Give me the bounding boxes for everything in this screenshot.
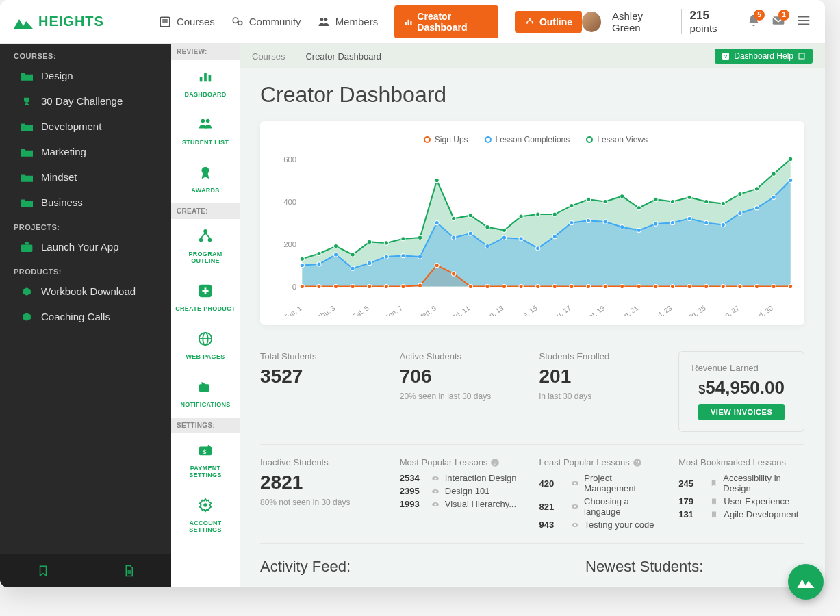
feed-item[interactable]: Brad Parker received the badge - First L… xyxy=(260,587,558,587)
sidebar-course-0[interactable]: Design xyxy=(0,63,171,88)
bell-badge: 5 xyxy=(754,10,765,21)
user-name[interactable]: Ashley Green xyxy=(612,10,670,34)
svg-point-87 xyxy=(333,253,338,257)
light-settings-1[interactable]: ACCOUNT SETTINGS xyxy=(171,488,240,543)
svg-point-62 xyxy=(418,283,422,287)
creator-dashboard-button[interactable]: Creator Dashboard xyxy=(394,5,498,38)
notifications-button[interactable]: 5 xyxy=(747,14,761,30)
outline-button[interactable]: Outline xyxy=(515,11,582,33)
light-section-settings: SETTINGS: xyxy=(171,418,240,433)
mountains-icon xyxy=(14,15,33,29)
nav-members[interactable]: Members xyxy=(318,16,379,28)
svg-point-31 xyxy=(208,238,212,242)
svg-point-116 xyxy=(317,251,321,255)
sidebar-course-1[interactable]: 30 Day Challenge xyxy=(0,88,171,114)
svg-point-81 xyxy=(738,284,742,288)
breadcrumb-bar: Courses Creator Dashboard ? Dashboard He… xyxy=(240,44,825,68)
nav-courses[interactable]: Courses xyxy=(159,16,215,28)
light-create-0[interactable]: PROGRAM OUTLINE xyxy=(171,219,240,274)
light-create-3[interactable]: NOTIFICATIONS xyxy=(171,370,240,418)
svg-point-64 xyxy=(452,272,456,276)
svg-point-75 xyxy=(637,284,641,288)
svg-text:600: 600 xyxy=(283,155,296,164)
svg-text:Sat, 5: Sat, 5 xyxy=(351,304,370,316)
sidebar-product-1[interactable]: Coaching Calls xyxy=(0,304,171,329)
svg-point-79 xyxy=(704,284,709,288)
svg-point-92 xyxy=(418,255,422,259)
svg-text:Sat, 19: Sat, 19 xyxy=(583,304,606,316)
svg-point-85 xyxy=(300,263,304,267)
lesson-row[interactable]: 1993 Visual Hierarchy... xyxy=(400,498,526,511)
sidebar-course-3[interactable]: Marketing xyxy=(0,139,171,164)
svg-rect-7 xyxy=(405,22,407,25)
svg-text:Mon, 7: Mon, 7 xyxy=(382,304,404,316)
lesson-row[interactable]: 245 Accessibility in Design xyxy=(678,472,804,495)
user-avatar[interactable] xyxy=(582,12,601,32)
external-icon xyxy=(798,52,806,60)
nav-community[interactable]: Community xyxy=(231,16,301,28)
svg-point-131 xyxy=(570,204,574,208)
bookmark-footer-button[interactable] xyxy=(0,554,86,587)
menu-button[interactable] xyxy=(796,13,811,31)
svg-point-76 xyxy=(654,284,658,288)
lesson-row[interactable]: 179 User Experience xyxy=(678,495,804,508)
svg-point-73 xyxy=(603,284,607,288)
lesson-row[interactable]: 131 Agile Development xyxy=(678,508,804,521)
stat-inactive: Inactive Students 2821 80% not seen in 3… xyxy=(260,457,386,531)
dashboard-help-button[interactable]: ? Dashboard Help xyxy=(715,49,813,64)
view-invoices-button[interactable]: VIEW INVOICES xyxy=(698,404,785,420)
svg-point-98 xyxy=(519,237,523,241)
question-icon[interactable]: ? xyxy=(490,458,500,467)
light-create-2[interactable]: WEB PAGES xyxy=(171,322,240,370)
sidebar-course-4[interactable]: Mindset xyxy=(0,164,171,190)
svg-text:$: $ xyxy=(203,448,206,455)
light-review-2[interactable]: AWARDS xyxy=(171,155,240,203)
svg-point-123 xyxy=(435,178,439,182)
sidebar-course-5[interactable]: Business xyxy=(0,190,171,215)
stat-total-students: Total Students 3527 xyxy=(260,351,386,432)
svg-point-137 xyxy=(670,199,674,203)
svg-point-114 xyxy=(789,178,793,182)
question-icon[interactable]: ? xyxy=(633,458,642,467)
header-right: Ashley Green 215 points 5 1 xyxy=(582,9,811,34)
svg-text:Wed, 30: Wed, 30 xyxy=(749,304,775,316)
chart-card: Sign Ups Lesson Completions Lesson Views… xyxy=(260,121,804,325)
svg-point-107 xyxy=(670,220,674,224)
sidebar-project-0[interactable]: Launch Your App xyxy=(0,234,171,259)
svg-point-103 xyxy=(603,220,607,224)
light-review-1[interactable]: STUDENT LIST xyxy=(171,107,240,155)
lesson-row[interactable]: 821 Choosing a langauge xyxy=(539,495,665,518)
breadcrumb: Courses Creator Dashboard xyxy=(252,51,381,62)
svg-text:Sun, 13: Sun, 13 xyxy=(481,304,505,316)
logo[interactable]: HEIGHTS xyxy=(14,14,104,29)
breadcrumb-root[interactable]: Courses xyxy=(252,51,285,62)
svg-point-139 xyxy=(704,199,709,203)
light-settings-0[interactable]: $PAYMENT SETTINGS xyxy=(171,433,240,488)
document-footer-button[interactable] xyxy=(86,554,171,587)
svg-point-135 xyxy=(637,206,641,210)
lesson-row[interactable]: 420 Project Management xyxy=(539,472,665,495)
sidebar-product-0[interactable]: Workbook Download xyxy=(0,279,171,304)
svg-point-171 xyxy=(574,483,576,485)
svg-point-142 xyxy=(754,187,759,191)
newest-student[interactable]: Brad Parker May 11, 2019 xyxy=(585,587,804,587)
light-section-create: CREATE: xyxy=(171,203,240,219)
light-review-0[interactable]: DASHBOARD xyxy=(171,60,240,107)
svg-text:Wed, 9: Wed, 9 xyxy=(415,304,437,316)
svg-point-113 xyxy=(772,195,776,199)
fab-button[interactable] xyxy=(788,564,824,600)
svg-point-175 xyxy=(574,524,576,526)
stat-popular: Most Popular Lessons? 2534 Interaction D… xyxy=(400,457,526,531)
light-create-1[interactable]: CREATE PRODUCT xyxy=(171,274,240,322)
svg-point-138 xyxy=(687,195,691,199)
sidebar-course-2[interactable]: Development xyxy=(0,114,171,139)
svg-point-71 xyxy=(570,284,574,288)
lesson-row[interactable]: 943 Testing your code xyxy=(539,518,665,531)
bottom-columns: Activity Feed: Brad Parker received the … xyxy=(260,558,804,587)
lesson-row[interactable]: 2395 Design 101 xyxy=(400,485,526,498)
inbox-button[interactable]: 1 xyxy=(772,14,785,30)
svg-text:Thu, 17: Thu, 17 xyxy=(548,304,572,316)
lesson-row[interactable]: 2534 Interaction Design xyxy=(400,472,526,485)
svg-point-96 xyxy=(485,244,489,248)
svg-point-27 xyxy=(206,119,210,123)
